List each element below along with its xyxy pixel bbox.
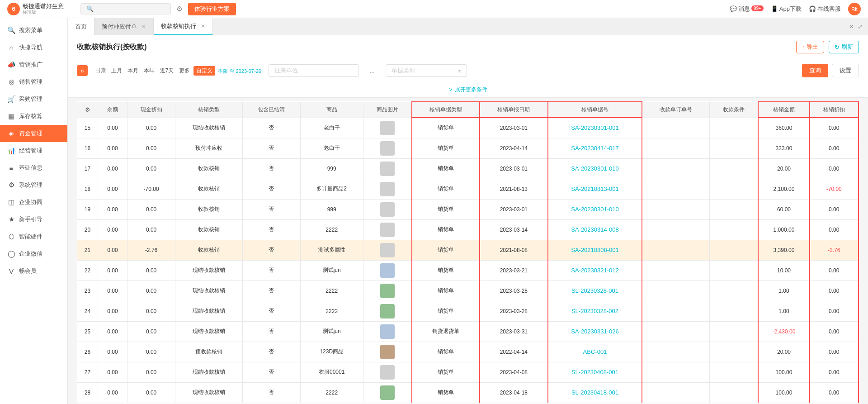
sidebar-item-basic[interactable]: ≡ 基础信息: [0, 159, 67, 176]
cell-balance: 0.00: [98, 382, 127, 403]
avatar[interactable]: Rit: [848, 3, 861, 15]
cell-doc-no[interactable]: SA-20230301-001: [548, 118, 642, 138]
doc-no-link[interactable]: SA-20230301-001: [571, 124, 619, 131]
message-area[interactable]: 💬 消息 99+: [730, 5, 764, 13]
coming-unit-input[interactable]: 往来单位: [269, 64, 359, 77]
cell-receipt-terms: [710, 219, 759, 240]
doc-no-link[interactable]: SL-20230408-001: [571, 369, 618, 375]
doc-no-link[interactable]: SA-20230414-017: [571, 145, 619, 152]
sidebar-item-enterprise[interactable]: ◫ 企业协同: [0, 194, 67, 211]
cell-doc-no[interactable]: SL-20230418-001: [548, 382, 642, 403]
sidebar-item-newbie[interactable]: ★ 新手引导: [0, 211, 67, 228]
cell-product-img: [363, 301, 412, 321]
table-row: 25 0.00 0.00 现结收款核销 否 测试jun 销货退货单 2023-0…: [77, 321, 859, 342]
maximize-icon[interactable]: ⤢: [858, 23, 863, 30]
cell-doc-no[interactable]: SL-20230408-001: [548, 362, 642, 382]
date-custom[interactable]: 自定义: [193, 66, 215, 76]
cell-verify-type: 现结收款核销: [175, 362, 243, 382]
doc-no-link[interactable]: SL-20230418-001: [571, 389, 618, 396]
sidebar-item-sales[interactable]: ◎ 销售管理: [0, 73, 67, 90]
sidebar-item-operation[interactable]: 📊 经营管理: [0, 142, 67, 159]
doc-no-link[interactable]: SA-20230321-012: [571, 267, 619, 274]
date-this-month[interactable]: 本月: [126, 66, 140, 76]
tab-home[interactable]: 首页: [68, 18, 94, 35]
cell-doc-no[interactable]: SA-20230321-012: [548, 260, 642, 280]
product-img-thumb: [380, 365, 395, 380]
doc-no-link[interactable]: SA-20230314-008: [571, 226, 619, 233]
sidebar-item-wechat[interactable]: ◯ 企业微信: [0, 245, 67, 262]
cell-doc-no[interactable]: SL-20230328-002: [548, 301, 642, 321]
settings-button[interactable]: 设置: [832, 64, 859, 77]
sidebar-item-finance[interactable]: ◈ 资金管理: [0, 125, 67, 142]
cell-doc-no[interactable]: SA-20230301-010: [548, 158, 642, 179]
cell-cash-discount: 0.00: [127, 362, 175, 382]
cell-no: 25: [77, 321, 98, 342]
doc-no-link[interactable]: SA-20210808-001: [571, 247, 619, 253]
online-service-btn[interactable]: 🎧 在线客服: [809, 5, 841, 13]
cell-doc-no[interactable]: SA-20230301-010: [548, 199, 642, 219]
search-box[interactable]: 🔍: [80, 3, 171, 14]
filter-expand-button[interactable]: »: [77, 65, 88, 76]
cell-doc-no[interactable]: SA-20210808-001: [548, 240, 642, 260]
gear-icon[interactable]: ⚙: [176, 5, 183, 13]
date-this-year[interactable]: 本年: [142, 66, 156, 76]
date-more[interactable]: 更多: [177, 66, 192, 76]
cell-product: 123D商品: [300, 342, 363, 362]
query-button[interactable]: 查询: [802, 64, 828, 77]
doc-no-link[interactable]: SL-20230328-001: [571, 287, 618, 294]
expand-more-button[interactable]: ∨ 展开更多条件: [448, 84, 487, 95]
cell-receipt-terms: [710, 138, 759, 158]
app-icon: 📱: [771, 5, 778, 12]
cell-no: 15: [77, 118, 98, 138]
sidebar-item-quick-nav[interactable]: ⌂ 快捷导航: [0, 39, 67, 56]
doc-no-link[interactable]: SA-20210813-001: [571, 185, 619, 192]
col-header-doc-no: 核销单据号: [548, 102, 642, 118]
cell-product: 衣服00001: [300, 362, 363, 382]
sidebar-item-vip[interactable]: V 畅会员: [0, 262, 67, 280]
cell-doc-no[interactable]: SA-20230314-008: [548, 219, 642, 240]
tab-prepay[interactable]: 预付冲应付单 ✕: [94, 18, 154, 35]
doc-no-link[interactable]: ABC-001: [583, 348, 607, 355]
sidebar-item-system[interactable]: ⚙ 系统管理: [0, 176, 67, 194]
product-img-thumb: [380, 121, 395, 135]
cell-product: 测试jun: [300, 260, 363, 280]
sidebar-item-marketing[interactable]: 📣 营销推广: [0, 56, 67, 73]
doc-no-link[interactable]: SA-20230331-026: [571, 328, 619, 335]
date-last-month[interactable]: 上月: [109, 66, 124, 76]
doc-no-link[interactable]: SA-20230301-010: [571, 165, 619, 172]
cell-doc-no[interactable]: SA-20230414-017: [548, 138, 642, 158]
ellipsis-button[interactable]: ...: [366, 67, 378, 74]
close-verify-tab[interactable]: ✕: [201, 23, 205, 29]
cell-verify-amount: 1.00: [758, 301, 809, 321]
refresh-button[interactable]: ↻ 刷新: [829, 41, 859, 53]
col-header-settings[interactable]: ⚙: [77, 102, 98, 118]
cell-include-settled: 否: [242, 280, 300, 301]
table-wrapper[interactable]: ⚙ 余额 现金折扣 核销类型 包含已结清 商品 商品图片 核销单据类型 核销单报…: [68, 98, 868, 404]
close-window-icon[interactable]: ✕: [849, 23, 854, 30]
app-download-btn[interactable]: 📱 App下载: [771, 5, 802, 13]
cell-receipt-order: [642, 240, 709, 260]
cell-receipt-order: [642, 179, 709, 199]
export-button[interactable]: ↑ 导出: [796, 41, 825, 53]
industry-btn[interactable]: 体验行业方案: [188, 3, 236, 15]
doc-no-link[interactable]: SA-20230301-010: [571, 206, 619, 213]
doc-type-select[interactable]: 单据类型 ▾: [386, 64, 467, 77]
doc-no-link[interactable]: SL-20230328-002: [571, 308, 618, 314]
date-7days[interactable]: 近7天: [158, 66, 176, 76]
cell-doc-no[interactable]: SA-20230331-026: [548, 321, 642, 342]
cell-doc-no[interactable]: ABC-001: [548, 342, 642, 362]
cell-product-img: [363, 280, 412, 301]
sidebar-item-search[interactable]: 🔍 搜索菜单: [0, 22, 67, 39]
cell-product-img: [363, 321, 412, 342]
cell-doc-no[interactable]: SL-20230328-001: [548, 280, 642, 301]
sidebar-item-inventory[interactable]: ▦ 库存核算: [0, 108, 67, 125]
close-prepay-tab[interactable]: ✕: [142, 24, 146, 30]
cell-cash-discount: 0.00: [127, 342, 175, 362]
tab-verify[interactable]: 收款核销执行 ✕: [154, 18, 213, 35]
cell-receipt-terms: [710, 158, 759, 179]
data-table: ⚙ 余额 现金折扣 核销类型 包含已结清 商品 商品图片 核销单据类型 核销单报…: [77, 101, 859, 403]
cell-doc-no[interactable]: SA-20210813-001: [548, 179, 642, 199]
sidebar-item-hardware[interactable]: ⬡ 智能硬件: [0, 228, 67, 245]
search-input[interactable]: [97, 6, 160, 12]
sidebar-item-purchase[interactable]: 🛒 采购管理: [0, 90, 67, 108]
